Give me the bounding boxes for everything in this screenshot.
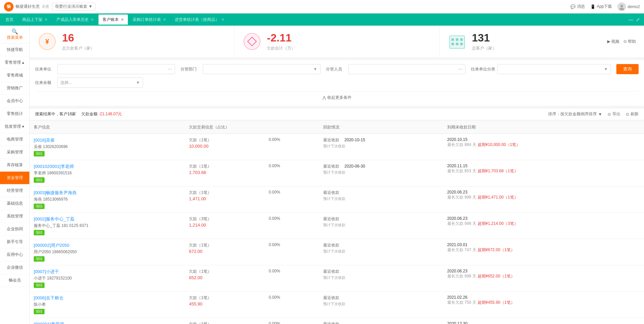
overdue-days: 最长欠款 998 天 超期¥1,471.00（1笔） xyxy=(447,195,640,200)
sidebar-item-inventory[interactable]: 库存核算 xyxy=(0,159,29,172)
debt-amount[interactable]: 1,214.00 xyxy=(189,223,256,228)
sort-select[interactable]: 排序：按欠款金额倒序排序 ▼ xyxy=(548,111,602,117)
table-row: [000002]用户2050 用户2050 18665062050 现结 欠款（… xyxy=(30,239,644,265)
debt-ratio-cell: 0.00% xyxy=(261,292,319,318)
user-menu[interactable]: demo2 xyxy=(617,2,640,11)
filter-row-1: 往来单位 ··· 分管部门 ▼ 分管人员 xyxy=(35,64,639,74)
debt-amount[interactable]: 455.90 xyxy=(189,301,256,306)
query-button[interactable]: 查询 xyxy=(616,64,639,74)
close-icon[interactable]: ✕ xyxy=(45,18,48,22)
sidebar-item-new-guide[interactable]: 新手引导 xyxy=(0,236,29,248)
top-bar: 畅 畅捷通好生意 示意 母婴行业演示账套 ▼ 💬 消息 📱 App下载 demo… xyxy=(0,0,644,13)
overdue-amount-link[interactable]: 超期¥10,000.00（1笔） xyxy=(478,142,521,147)
tab-purchase-order[interactable]: 采购订单统计表 ✕ xyxy=(129,14,170,25)
sidebar-item-purchase-mgmt[interactable]: 采购管理 xyxy=(0,146,29,159)
customer-name-link[interactable]: [0001020001]李老师 xyxy=(34,164,181,170)
stat-info-debt-customers: 16 总欠款客户（家） xyxy=(62,32,226,51)
app-download-btn[interactable]: 📱 App下载 xyxy=(590,4,612,9)
refresh-btn[interactable]: ⊙ 刷新 xyxy=(626,111,639,117)
collapse-btn[interactable]: ⋀ 收起更多条件 xyxy=(35,93,639,102)
debt-count: 欠款（1笔） xyxy=(189,321,256,324)
debt-count: 欠款（1笔） xyxy=(189,190,256,196)
dots-icon[interactable]: ··· xyxy=(458,66,463,72)
sidebar-item-app-center[interactable]: 应用中心 xyxy=(0,248,29,261)
debt-amount[interactable]: 1,471.00 xyxy=(189,196,256,201)
help-btn[interactable]: ⊙ 帮助 xyxy=(623,39,636,45)
customer-info-cell: [0016]吴俊 吴俊 13026203696 现结 xyxy=(30,134,185,160)
debt-count: 欠款（1笔） xyxy=(189,295,256,301)
chevron-down-icon: ▼ xyxy=(22,125,25,128)
tab-home[interactable]: 首页 xyxy=(1,14,18,25)
debt-ratio: 0.00% xyxy=(269,164,315,168)
debt-amount[interactable]: 672.00 xyxy=(189,249,256,254)
customer-phone: 吴俊 13026203696 xyxy=(34,144,181,150)
balance-select[interactable]: 选择... ▼ xyxy=(57,78,143,88)
last-collect-date: 2020-06-30 xyxy=(340,164,365,169)
close-icon[interactable]: ✕ xyxy=(221,18,224,22)
debt-info-cell: 欠款（3笔） 1,214.00 xyxy=(185,213,260,239)
debt-count: 欠款（1笔） xyxy=(189,242,256,248)
sidebar-item-business-mgmt[interactable]: 经营管理 xyxy=(0,184,29,197)
unit-category-select[interactable]: ▼ xyxy=(497,64,611,74)
tab-product-onoff[interactable]: 商品上下架 ✕ xyxy=(18,14,52,25)
overdue-amount-link[interactable]: 超期¥652.00（1笔） xyxy=(478,274,515,278)
dots-icon[interactable]: ··· xyxy=(167,66,172,72)
export-btn[interactable]: ⊙ 导出 xyxy=(608,111,620,117)
demo-selector[interactable]: 母婴行业演示账套 ▼ xyxy=(52,3,95,10)
sidebar-item-basic-info[interactable]: 基础信息 xyxy=(0,197,29,210)
sidebar-item-marketing[interactable]: 营销推广 xyxy=(0,82,29,95)
customer-name-link[interactable]: [000001]黄思源 xyxy=(34,321,181,324)
tab-product-history[interactable]: 产成品入库单历史 ✕ xyxy=(52,14,98,25)
overdue-amount-link[interactable]: 超期¥1,214.00（3笔） xyxy=(478,221,518,226)
customer-name-link[interactable]: [0003]畅捷服务尹海燕 xyxy=(34,190,181,196)
next-collect-label: 预计下次收款 xyxy=(323,170,439,175)
tab-minimize-btn[interactable]: — xyxy=(628,17,633,22)
overdue-days: 最长欠款 884 天 超期¥10,000.00（1笔） xyxy=(447,142,640,148)
filter-row-2: 往来余额 选择... ▼ xyxy=(35,78,639,88)
sidebar-item-quick-nav[interactable]: 快捷导航 xyxy=(0,43,29,56)
sidebar-item-enterprise-coop[interactable]: 企业协同 xyxy=(0,223,29,236)
debt-amount[interactable]: 652.00 xyxy=(189,275,256,280)
debt-customers-label: 总欠款客户（家） xyxy=(62,46,226,51)
tab-customer-account[interactable]: 客户账本 ✕ xyxy=(99,14,128,25)
overdue-amount-link[interactable]: 超期¥1,703.68（1笔） xyxy=(478,169,518,173)
from-unit-input[interactable]: ··· xyxy=(57,64,175,74)
sidebar-item-member-center[interactable]: 会员中心 xyxy=(0,95,29,108)
due-date-cell: 2020.10.15 最长欠款 884 天 超期¥10,000.00（1笔） xyxy=(443,134,644,160)
sidebar-item-ecommerce[interactable]: 电商管理 xyxy=(0,133,29,146)
main-layout: 🔍 搜索菜单 快捷导航 零售管理 ▲ 零售商城 营销推广 会员中心 零售统计 批… xyxy=(0,26,644,324)
sidebar-item-retail-mgmt[interactable]: 零售管理 ▲ xyxy=(0,56,29,69)
last-collect-label: 最近收款 xyxy=(323,295,439,301)
message-btn[interactable]: 💬 消息 xyxy=(570,4,585,9)
close-icon[interactable]: ✕ xyxy=(121,18,124,22)
filter-balance-label: 往来余额 xyxy=(35,80,55,86)
debt-amount[interactable]: 10,000.00 xyxy=(189,144,256,149)
sidebar-item-enterprise-wx[interactable]: 企业微信 xyxy=(0,261,29,274)
sidebar-item-fund-mgmt[interactable]: 资金管理 xyxy=(0,172,29,184)
sidebar-item-system[interactable]: 系统管理 xyxy=(0,210,29,223)
sidebar-item-batch-mgmt[interactable]: 批发管理 ▼ xyxy=(0,120,29,133)
sidebar-item-vip-member[interactable]: 畅会员 xyxy=(0,274,29,287)
close-icon[interactable]: ✕ xyxy=(91,18,94,22)
branch-dept-select[interactable]: ▼ xyxy=(203,64,320,74)
sidebar-search[interactable]: 🔍 搜索菜单 xyxy=(0,26,29,43)
table-row: [0001020001]李老师 李老师 18600391516 现结 欠款（1笔… xyxy=(30,160,644,186)
overdue-amount-link[interactable]: 超期¥455.90（1笔） xyxy=(478,300,515,305)
customer-name-link[interactable]: [0006]去下粮仓 xyxy=(34,295,181,301)
debt-ratio-cell: 0.00% xyxy=(261,134,319,160)
branch-person-input[interactable]: ··· xyxy=(348,64,466,74)
close-icon[interactable]: ✕ xyxy=(163,18,166,22)
customer-name-link[interactable]: [0007]小进干 xyxy=(34,269,181,275)
tab-instock-stat[interactable]: 进货单统计表（按商品） ✕ xyxy=(171,14,228,25)
customer-name-link[interactable]: [0002]服务中心_丁磊 xyxy=(34,216,181,222)
customer-name-link[interactable]: [0016]吴俊 xyxy=(34,137,181,143)
customer-name-link[interactable]: [000002]用户2050 xyxy=(34,242,181,248)
overdue-amount-link[interactable]: 超期¥672.00（1笔） xyxy=(478,247,515,252)
col-header-collect: 回款情况 xyxy=(319,121,443,134)
debt-amount[interactable]: 1,703.68 xyxy=(189,170,256,175)
sidebar-item-retail-stat[interactable]: 零售统计 xyxy=(0,108,29,120)
tab-maximize-btn[interactable]: ⤢ xyxy=(636,17,640,22)
view-video-btn[interactable]: ▶ 视频 xyxy=(607,39,619,45)
sidebar-item-retail-store[interactable]: 零售商城 xyxy=(0,69,29,82)
overdue-amount-link[interactable]: 超期¥1,471.00（1笔） xyxy=(478,195,518,200)
